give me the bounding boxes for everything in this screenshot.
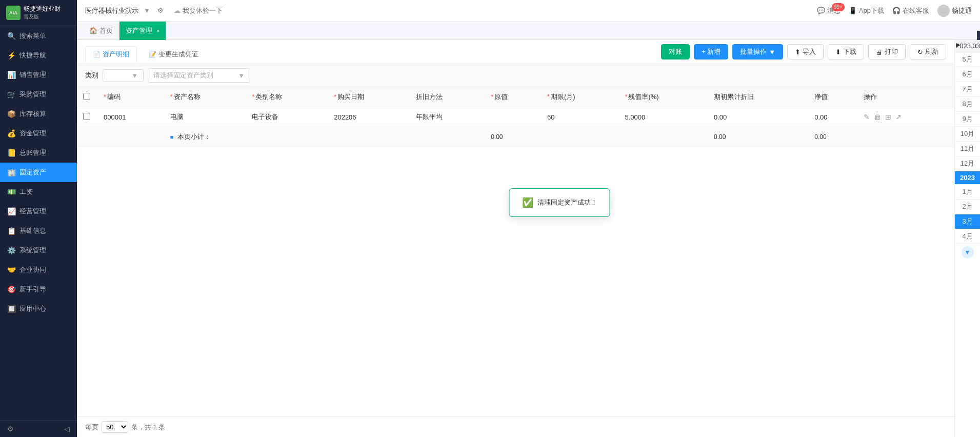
total-label: 条，共 1 条 <box>131 423 165 432</box>
operations-icon: 📈 <box>7 207 15 215</box>
th-initial-accumulated: 期初累计折旧 <box>708 87 808 107</box>
sidebar-item-fixed-assets[interactable]: 🏢 固定资产 <box>0 163 77 182</box>
app-download-button[interactable]: 📱 App下载 <box>849 6 884 15</box>
sidebar-bottom: ⚙ ◁ <box>0 420 77 437</box>
download-button[interactable]: ⬇ 下载 <box>828 44 864 59</box>
cal-month-9[interactable]: 9月 <box>955 112 980 127</box>
username: 畅捷通 <box>952 6 972 15</box>
inventory-icon: 📦 <box>7 110 15 118</box>
settings-icon[interactable]: ⚙ <box>7 425 14 433</box>
cal-month-2[interactable]: 2月 <box>955 200 980 214</box>
sidebar-item-sales[interactable]: 📊 销售管理 <box>0 65 77 85</box>
cal-month-1[interactable]: 1月 <box>955 185 980 200</box>
td-actions: ✎ 🗑 ⊞ ↗ <box>857 107 954 127</box>
tab-home[interactable]: 🏠 首页 <box>83 22 119 40</box>
salary-icon: 💵 <box>7 188 15 196</box>
sidebar-item-system[interactable]: ⚙️ 系统管理 <box>0 241 77 260</box>
sidebar-item-label: 搜索菜单 <box>19 31 46 41</box>
sidebar-item-label: 新手引导 <box>19 285 46 294</box>
refresh-icon: ↻ <box>917 48 923 56</box>
sidebar-item-label: 销售管理 <box>19 70 46 80</box>
tab-close-icon[interactable]: × <box>156 28 159 34</box>
sidebar-item-quick-nav[interactable]: ⚡ 快捷导航 <box>0 46 77 65</box>
table-header-row: *编码 *资产名称 *类别名称 *购买日期 折旧方法 *原值 *期限(月) *残… <box>77 87 954 107</box>
cal-year-2023[interactable]: 2023 <box>955 171 980 185</box>
filter-category-select[interactable]: ▼ <box>103 69 144 82</box>
sidebar-item-guide[interactable]: 🎯 新手引导 <box>0 280 77 299</box>
sidebar-item-salary[interactable]: 💵 工资 <box>0 182 77 202</box>
more-button[interactable]: ↗ <box>895 113 902 121</box>
sidebar-item-purchase[interactable]: 🛒 采购管理 <box>0 85 77 104</box>
cal-month-7[interactable]: 7月 <box>955 82 980 97</box>
subtotal-row: ■ 本页小计： 0.00 0.00 0.00 <box>77 127 954 147</box>
batch-ops-button[interactable]: 批量操作 ▼ <box>732 44 783 59</box>
import-icon: ⬆ <box>795 48 801 56</box>
ledger-icon: 📒 <box>7 149 15 157</box>
select-all-checkbox[interactable] <box>83 93 90 100</box>
search-icon: 🔍 <box>7 32 15 40</box>
subtab-generate-voucher[interactable]: 📝 变更生成凭证 <box>141 46 206 62</box>
sidebar-item-enterprise[interactable]: 🤝 企业协同 <box>0 260 77 280</box>
tab-asset-management[interactable]: 资产管理 × <box>119 22 166 40</box>
sidebar-item-fund[interactable]: 💰 资金管理 <box>0 124 77 143</box>
purchase-icon: 🛒 <box>7 90 15 98</box>
cal-month-5[interactable]: 5月 <box>955 52 980 67</box>
online-support-button[interactable]: 🎧 在线客服 <box>892 6 929 15</box>
th-category: *类别名称 <box>246 87 328 107</box>
th-checkbox <box>77 87 97 107</box>
sidebar-item-operations[interactable]: 📈 经营管理 <box>0 202 77 221</box>
refresh-button[interactable]: ↻ 刷新 <box>910 44 946 59</box>
cal-month-11[interactable]: 11月 <box>955 142 980 156</box>
dropdown-icon: ▼ <box>769 48 775 56</box>
edit-button[interactable]: ✎ <box>864 113 870 121</box>
reconcile-button[interactable]: 对账 <box>661 44 690 59</box>
td-category: 电子设备 <box>246 107 328 127</box>
cal-down-button[interactable]: ▼ <box>962 246 974 259</box>
collapse-icon[interactable]: ◁ <box>64 425 70 433</box>
subtab-detail-icon: 📄 <box>93 51 101 58</box>
copy-button[interactable]: ⊞ <box>885 113 891 121</box>
cal-month-4[interactable]: 4月 <box>955 229 980 244</box>
logo-icon: AtA <box>6 6 21 20</box>
filter-category-label: 类别 <box>85 71 98 80</box>
td-checkbox <box>77 107 97 127</box>
sidebar-item-label: 经营管理 <box>19 207 46 216</box>
sidebar-item-search[interactable]: 🔍 搜索菜单 <box>0 26 77 46</box>
per-page-select[interactable]: 50 10 20 100 <box>102 421 128 433</box>
cal-month-10[interactable]: 10月 <box>955 127 980 142</box>
cal-month-12[interactable]: 12月 <box>955 156 980 171</box>
import-button[interactable]: ⬆ 导入 <box>787 44 824 59</box>
cal-month-8[interactable]: 8月 <box>955 97 980 112</box>
topbar: 医疗器械行业演示 ▼ ⚙ ☁ 我要体验一下 💬 消息 99+ 📱 App下载 🎧… <box>77 0 980 22</box>
row-checkbox[interactable] <box>83 113 90 120</box>
dropdown-arrow-icon[interactable]: ▼ <box>144 7 150 14</box>
user-menu[interactable]: 畅捷通 <box>937 5 972 17</box>
td-code: 000001 <box>97 107 164 127</box>
sidebar-logo: AtA 畅捷通好业财 普及版 <box>0 0 77 26</box>
logo-text: 畅捷通好业财 <box>24 5 61 13</box>
sidebar-nav: 🔍 搜索菜单 ⚡ 快捷导航 📊 销售管理 🛒 采购管理 📦 库存核算 💰 资金管… <box>0 26 77 420</box>
subtab-asset-detail[interactable]: 📄 资产明细 <box>85 46 137 63</box>
messages-button[interactable]: 💬 消息 99+ <box>817 6 841 15</box>
sidebar-item-inventory[interactable]: 📦 库存核算 <box>0 104 77 124</box>
sidebar-item-label: 工资 <box>19 187 33 196</box>
sidebar-item-ledger[interactable]: 📒 总账管理 <box>0 143 77 163</box>
settings-icon[interactable]: ⚙ <box>157 7 164 14</box>
new-button[interactable]: + 新增 <box>694 44 728 59</box>
sidebar-item-basics[interactable]: 📋 基础信息 <box>0 221 77 241</box>
th-depreciation: 折旧方法 <box>410 87 485 107</box>
cloud-icon: ☁ <box>174 7 181 14</box>
home-icon: 🏠 <box>89 27 97 34</box>
delete-button[interactable]: 🗑 <box>874 113 881 121</box>
experience-link[interactable]: ☁ 我要体验一下 <box>174 6 223 15</box>
print-button[interactable]: 🖨 打印 <box>868 44 906 59</box>
filter-category-input[interactable]: 请选择固定资产类别 ▼ <box>148 68 250 83</box>
collapse-left-icon[interactable]: ▶ <box>956 42 960 48</box>
message-icon: 💬 <box>817 7 825 14</box>
cal-month-3-current[interactable]: 3月 <box>955 214 980 229</box>
sidebar-item-apps[interactable]: 🔲 应用中心 <box>0 299 77 319</box>
fixed-assets-icon: 🏢 <box>7 168 15 176</box>
calendar-panel: ▶ 2023.03 5月 6月 7月 8月 9月 10月 11月 12月 202… <box>954 40 980 437</box>
td-name: 电脑 <box>164 107 246 127</box>
cal-month-6[interactable]: 6月 <box>955 67 980 82</box>
